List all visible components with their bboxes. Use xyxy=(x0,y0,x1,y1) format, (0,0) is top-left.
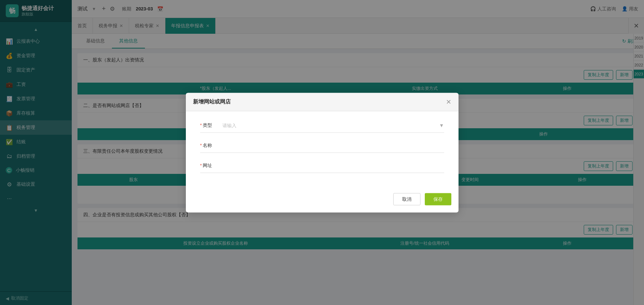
form-field-type: *类型 ▼ xyxy=(200,121,444,133)
cancel-button[interactable]: 取消 xyxy=(393,193,420,205)
dialog-title: 新增网站或网店 xyxy=(193,98,231,105)
type-input[interactable] xyxy=(222,121,435,129)
type-dropdown-icon[interactable]: ▼ xyxy=(439,123,444,128)
name-label: *名称 xyxy=(200,142,218,149)
form-field-url: *网址 xyxy=(200,161,444,173)
url-label: *网址 xyxy=(200,162,218,169)
dialog-header: 新增网站或网店 ✕ xyxy=(186,93,459,111)
add-website-dialog: 新增网站或网店 ✕ *类型 ▼ *名称 xyxy=(186,93,459,212)
dialog-close-button[interactable]: ✕ xyxy=(446,98,451,106)
save-button[interactable]: 保存 xyxy=(425,193,451,205)
dialog-body: *类型 ▼ *名称 *网址 xyxy=(186,111,459,189)
form-field-name-row: *名称 xyxy=(200,141,444,153)
dialog-footer: 取消 保存 xyxy=(186,189,459,212)
name-required-mark: * xyxy=(200,143,202,148)
type-label: *类型 xyxy=(200,122,218,129)
form-field-type-row: *类型 ▼ xyxy=(200,121,444,133)
url-input[interactable] xyxy=(222,161,444,170)
name-input[interactable] xyxy=(222,141,444,149)
form-field-url-row: *网址 xyxy=(200,161,444,173)
url-required-mark: * xyxy=(200,163,202,168)
type-required-mark: * xyxy=(200,123,202,128)
form-field-name: *名称 xyxy=(200,141,444,153)
